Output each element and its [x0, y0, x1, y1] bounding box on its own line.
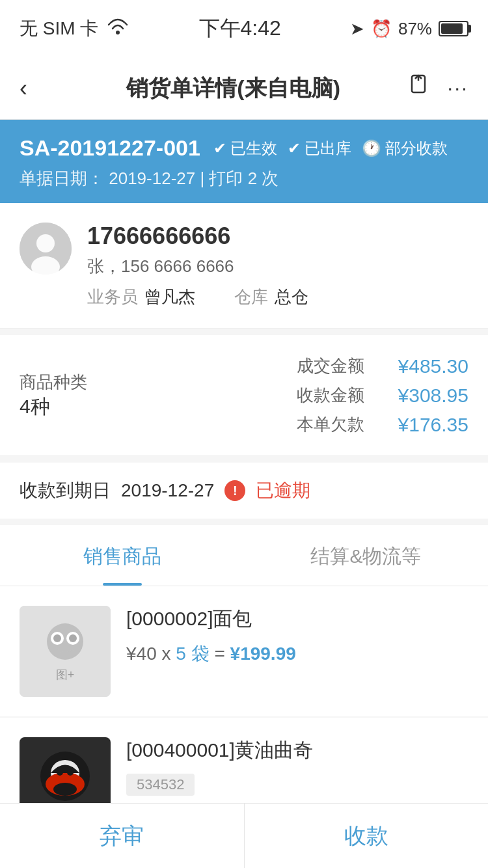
warehouse-label: 仓库: [234, 286, 268, 308]
wifi-icon: [106, 18, 129, 40]
overdue-icon: !: [224, 480, 245, 501]
battery-percent: 87%: [398, 19, 432, 39]
avatar: [20, 223, 72, 275]
more-icon[interactable]: ···: [447, 76, 468, 100]
page-title: 销货单详情(来自电脑): [126, 74, 340, 103]
deal-amount: ¥485.30: [377, 355, 468, 377]
svg-point-10: [53, 634, 61, 642]
due-section: 收款到期日 2019-12-27 ! 已逾期: [0, 456, 488, 525]
order-id: SA-20191227-001: [20, 135, 200, 161]
reject-button[interactable]: 弃审: [0, 804, 245, 868]
collected-label: 收款金额: [297, 384, 364, 407]
overdue-text: 已逾期: [256, 478, 310, 503]
customer-phone: 17666666666: [87, 223, 468, 250]
staff-label: 业务员: [87, 286, 138, 308]
status-right: ➤ ⏰ 87%: [350, 19, 468, 39]
product-thumb-1: 图+: [20, 606, 111, 697]
nav-bar: ‹ 销货单详情(来自电脑) ···: [0, 57, 488, 120]
svg-point-11: [69, 634, 77, 642]
due-date: 2019-12-27: [121, 480, 214, 501]
back-button[interactable]: ‹: [20, 75, 59, 102]
clock-icon: 🕐: [362, 139, 381, 157]
svg-point-4: [36, 234, 55, 252]
product-sku-2: 534532: [126, 774, 195, 796]
summary-section: 商品种类 4种 成交金额 ¥485.30 收款金额 ¥308.95 本单欠款 ¥…: [0, 329, 488, 456]
customer-meta: 业务员 曾凡杰 仓库 总仓: [87, 286, 468, 308]
owed-label: 本单欠款: [297, 413, 364, 436]
order-date-line: 单据日期： 2019-12-27 | 打印 2 次: [20, 167, 468, 190]
customer-name: 张，156 6666 6666: [87, 255, 468, 278]
svg-point-18: [67, 769, 74, 776]
owed-amount: ¥176.35: [377, 414, 468, 436]
svg-point-17: [57, 769, 63, 776]
status-left: 无 SIM 卡: [20, 16, 129, 41]
deal-amount-label: 成交金额: [297, 355, 364, 377]
collected-amount: ¥308.95: [377, 385, 468, 407]
status-time: 下午4:42: [199, 14, 281, 43]
status-bar: 无 SIM 卡 下午4:42 ➤ ⏰ 87%: [0, 0, 488, 57]
product-name-2: [000400001]黄油曲奇: [126, 737, 468, 764]
check-icon-1: ✔: [213, 139, 226, 157]
tabs-bar: 销售商品 结算&物流等: [0, 525, 488, 586]
nav-actions: ···: [408, 74, 468, 103]
badge-shipped: ✔ 已出库: [288, 138, 351, 159]
goods-type-count: 4种: [20, 394, 87, 420]
location-icon: ➤: [350, 19, 364, 39]
carrier-text: 无 SIM 卡: [20, 16, 98, 41]
product-item: 图+ [0000002]面包 ¥40 x 5 袋 = ¥199.99: [0, 586, 488, 716]
customer-info: 17666666666 张，156 6666 6666 业务员 曾凡杰 仓库 总…: [87, 223, 468, 308]
goods-type-label: 商品种类: [20, 371, 87, 394]
svg-point-0: [116, 31, 120, 34]
share-icon[interactable]: [408, 74, 431, 103]
customer-section: 17666666666 张，156 6666 6666 业务员 曾凡杰 仓库 总…: [0, 203, 488, 329]
tab-sales-goods[interactable]: 销售商品: [0, 525, 244, 586]
staff-name: 曾凡杰: [144, 286, 195, 308]
product-name-1: [0000002]面包: [126, 606, 468, 632]
bottom-bar: 弃审 收款: [0, 803, 488, 868]
badge-active: ✔ 已生效: [213, 138, 277, 159]
svg-point-19: [53, 783, 77, 796]
svg-text:图+: 图+: [56, 668, 75, 681]
battery-icon: [439, 21, 468, 36]
tab-settlement[interactable]: 结算&物流等: [244, 525, 488, 586]
due-label: 收款到期日: [20, 478, 111, 503]
header-band: SA-20191227-001 ✔ 已生效 ✔ 已出库 🕐 部分收款 单据日期：…: [0, 120, 488, 203]
warehouse-name: 总仓: [275, 286, 308, 308]
product-info-1: [0000002]面包 ¥40 x 5 袋 = ¥199.99: [126, 606, 468, 666]
product-price-1: ¥40 x 5 袋 = ¥199.99: [126, 642, 468, 666]
collect-button[interactable]: 收款: [245, 804, 489, 868]
alarm-icon: ⏰: [371, 19, 392, 39]
badge-partial: 🕐 部分收款: [362, 138, 448, 159]
check-icon-2: ✔: [288, 139, 301, 157]
